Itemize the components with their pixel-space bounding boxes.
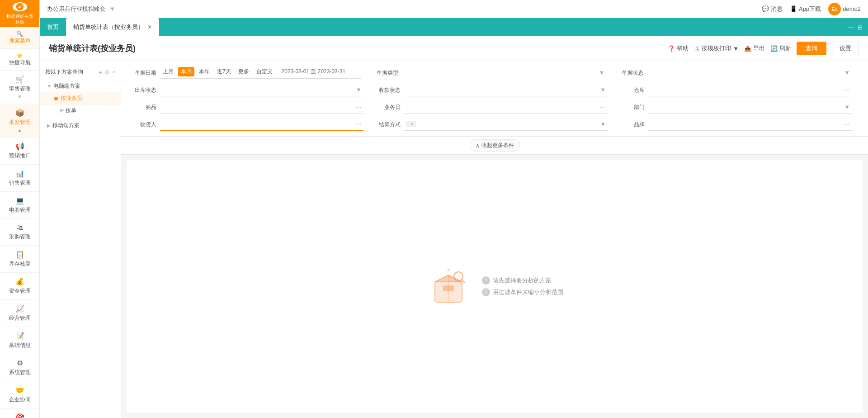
department-control[interactable]: ▼ bbox=[648, 101, 852, 114]
refresh-button[interactable]: 🔄 刷新 bbox=[770, 44, 791, 52]
date-tab-current-year[interactable]: 本年 bbox=[196, 67, 212, 76]
user-menu[interactable]: Ea demo2 bbox=[828, 3, 861, 15]
out-status-control[interactable]: ▼ bbox=[160, 84, 363, 96]
chevron-up-icon: ∧ bbox=[476, 142, 480, 149]
date-tab-last-month[interactable]: 上月 bbox=[160, 67, 176, 76]
warehouse-control[interactable]: ··· bbox=[648, 84, 852, 96]
avatar: Ea bbox=[828, 3, 841, 15]
breadcrumb-dropdown-icon[interactable]: ▼ bbox=[109, 5, 115, 12]
sidebar-item-retail[interactable]: 🛒 零售管理 ▼ bbox=[0, 71, 39, 104]
sidebar-item-guide[interactable]: 🎯 新手引导 bbox=[0, 408, 39, 418]
goods-control[interactable]: ··· bbox=[160, 101, 363, 114]
panel-collapse-icon[interactable]: « bbox=[112, 69, 115, 76]
sidebar-item-sales[interactable]: 📊 销售管理 bbox=[0, 165, 39, 192]
wholesale-icon: 📦 bbox=[15, 109, 24, 117]
date-tabs: 上月 本月 本年 近7天 更多 自定义 bbox=[160, 67, 275, 76]
brand-label: 品牌 bbox=[617, 121, 648, 128]
scheme-item-by-salesperson[interactable]: 按业务员 bbox=[40, 92, 121, 105]
goods-dots-icon: ··· bbox=[356, 103, 362, 111]
brand-control[interactable]: ··· bbox=[648, 118, 852, 131]
sidebar-item-marketing[interactable]: 📢 营销推广 bbox=[0, 138, 39, 165]
print-button[interactable]: 🖨 按模板打印 ▼ bbox=[694, 44, 739, 52]
recipient-dots-icon: ··· bbox=[356, 120, 362, 128]
collab-icon: 🤝 bbox=[15, 386, 24, 394]
help-button[interactable]: ❓ 帮助 bbox=[668, 44, 689, 52]
header-actions: 💬 消息 📱 App下载 Ea demo2 bbox=[762, 3, 861, 15]
date-tab-custom[interactable]: 自定义 bbox=[254, 67, 275, 76]
settings-button[interactable]: 设置 bbox=[832, 42, 859, 55]
scheme-settings-icon[interactable]: ⊙ bbox=[105, 69, 109, 76]
sidebar-item-quick-nav[interactable]: ⭐ 快捷导航 bbox=[0, 49, 39, 71]
doc-status-chevron-icon: ▼ bbox=[844, 69, 850, 76]
marketing-icon: 📢 bbox=[15, 142, 24, 151]
salesperson-label: 业务员 bbox=[373, 104, 404, 111]
date-tab-more[interactable]: 更多 bbox=[236, 67, 252, 76]
payment-status-label: 收款状态 bbox=[373, 86, 404, 94]
add-scheme-icon[interactable]: + bbox=[99, 69, 102, 76]
scheme-item-by-order[interactable]: ⊞ 按单 bbox=[40, 105, 121, 116]
filter-row-4: 收货人 ··· 结算方式 × ▼ 品牌 bbox=[128, 118, 861, 131]
export-button[interactable]: 📤 导出 bbox=[744, 44, 765, 52]
tab-sales-stat[interactable]: 销货单统计表（按业务员） ✕ bbox=[66, 18, 159, 36]
tab-close-icon[interactable]: ✕ bbox=[147, 24, 152, 30]
app-logo: 畅捷通好生意 标版 bbox=[0, 0, 40, 27]
body-layout: 按以下方案查询 + ⊙ « ▼ 电脑端方案 按业务员 bbox=[40, 61, 868, 418]
page-header: 销货单统计表(按业务员) ❓ 帮助 🖨 按模板打印 ▼ 📤 导出 🔄 刷新 bbox=[40, 36, 868, 61]
left-panel-header: 按以下方案查询 + ⊙ « bbox=[40, 66, 121, 79]
sidebar-item-search[interactable]: 🔍 搜索菜单 bbox=[0, 27, 39, 49]
settlement-tag: × bbox=[406, 121, 416, 127]
date-tab-current-month[interactable]: 本月 bbox=[178, 67, 194, 76]
sidebar-item-operations[interactable]: 📈 经营管理 bbox=[0, 300, 39, 327]
payment-status-control[interactable]: ▼ bbox=[404, 84, 608, 96]
left-panel-icons: + ⊙ « bbox=[99, 69, 115, 76]
sidebar-item-inventory[interactable]: 📋 库存核算 bbox=[0, 246, 39, 273]
department-chevron-icon: ▼ bbox=[844, 104, 850, 110]
empty-state: 1 请先选择要分析的方案 2 用过滤条件来缩小分析范围 bbox=[127, 160, 863, 413]
app-download-button[interactable]: 📱 App下载 bbox=[790, 5, 821, 13]
sidebar-item-ecommerce[interactable]: 💻 电商管理 bbox=[0, 192, 39, 219]
svg-line-8 bbox=[457, 274, 457, 275]
message-icon: 💬 bbox=[762, 5, 769, 12]
sidebar-item-finance[interactable]: 💰 资金管理 bbox=[0, 273, 39, 300]
sidebar-item-base-info[interactable]: 📝 基础信息 bbox=[0, 327, 39, 354]
sidebar-item-collab[interactable]: 🤝 企业协同 bbox=[0, 381, 39, 408]
payment-status-chevron-icon: ▼ bbox=[600, 86, 606, 93]
empty-illustration bbox=[426, 264, 471, 309]
collapse-bar: ∧ 收起更多条件 bbox=[121, 137, 868, 155]
tab-maximize-icon[interactable]: ⊞ bbox=[858, 24, 863, 31]
left-panel: 按以下方案查询 + ⊙ « ▼ 电脑端方案 按业务员 bbox=[40, 61, 121, 418]
tip-num-1: 1 bbox=[482, 276, 490, 285]
recipient-control[interactable]: ··· bbox=[160, 118, 363, 131]
tab-minimize-icon[interactable]: — bbox=[848, 24, 854, 31]
base-info-icon: 📝 bbox=[15, 332, 24, 340]
doc-type-control[interactable]: ▼ bbox=[402, 66, 607, 79]
download-icon: 📱 bbox=[790, 5, 797, 12]
svg-rect-5 bbox=[443, 285, 454, 291]
sidebar-item-system[interactable]: ⚙ 系统管理 bbox=[0, 354, 39, 381]
export-icon: 📤 bbox=[744, 45, 751, 52]
sidebar-item-wholesale[interactable]: 📦 批发管理 ▲ bbox=[0, 104, 39, 138]
right-panel: 单据日期 上月 本月 本年 近7天 更多 自定义 2023-03-01 至 20… bbox=[121, 61, 868, 418]
salesperson-dots-icon: ··· bbox=[600, 103, 606, 111]
collapse-button[interactable]: ∧ 收起更多条件 bbox=[470, 139, 520, 152]
doc-type-label: 单据类型 bbox=[370, 69, 402, 77]
messages-button[interactable]: 💬 消息 bbox=[762, 5, 783, 13]
mobile-scheme-toggle[interactable]: ▶ 移动端方案 bbox=[40, 120, 121, 131]
settlement-control[interactable]: × ▼ bbox=[404, 118, 608, 131]
search-icon: 🔍 bbox=[2, 31, 37, 37]
recipient-label: 收货人 bbox=[128, 121, 160, 128]
settlement-tag-close[interactable]: × bbox=[410, 122, 413, 127]
warehouse-label: 仓库 bbox=[617, 86, 648, 94]
salesperson-control[interactable]: ··· bbox=[404, 101, 608, 114]
date-label: 单据日期 bbox=[128, 69, 160, 77]
page-actions: ❓ 帮助 🖨 按模板打印 ▼ 📤 导出 🔄 刷新 查询 设置 bbox=[668, 42, 859, 55]
query-button[interactable]: 查询 bbox=[797, 42, 826, 55]
sales-icon: 📊 bbox=[15, 169, 24, 178]
desktop-scheme-toggle[interactable]: ▼ 电脑端方案 bbox=[40, 81, 121, 92]
doc-status-control[interactable]: ▼ bbox=[647, 66, 852, 79]
date-tab-last-7-days[interactable]: 近7天 bbox=[214, 67, 234, 76]
tab-home[interactable]: 首页 bbox=[40, 18, 66, 36]
sidebar-item-purchase[interactable]: 🛍 采购管理 bbox=[0, 219, 39, 246]
page-content: 销货单统计表(按业务员) ❓ 帮助 🖨 按模板打印 ▼ 📤 导出 🔄 刷新 bbox=[40, 36, 868, 418]
filter-area: 单据日期 上月 本月 本年 近7天 更多 自定义 2023-03-01 至 20… bbox=[121, 61, 868, 137]
